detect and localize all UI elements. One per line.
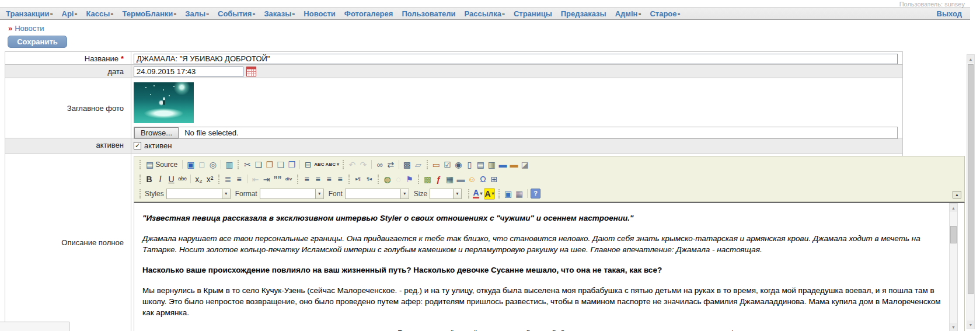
- scroll-down-icon[interactable]: ▼: [950, 323, 957, 331]
- undo-icon[interactable]: ↶: [347, 159, 357, 170]
- page-scrollbar[interactable]: ▲ ▼: [967, 54, 975, 329]
- superscript-icon[interactable]: x²: [205, 174, 215, 184]
- templates-icon[interactable]: ▥: [224, 159, 234, 170]
- align-center-icon[interactable]: ≡: [313, 174, 323, 184]
- nav-item[interactable]: Адмін»: [615, 9, 641, 18]
- cut-icon[interactable]: ✂: [242, 159, 252, 170]
- editor-scrollbar[interactable]: ▲ ▼: [949, 203, 958, 331]
- copy-icon[interactable]: ❏: [253, 159, 263, 170]
- save-button[interactable]: Сохранить: [8, 36, 67, 48]
- page-scroll-down-icon[interactable]: ▼: [967, 320, 974, 329]
- preview-icon[interactable]: ◎: [208, 159, 218, 170]
- maximize-icon[interactable]: ▣: [503, 189, 513, 199]
- page-scroll-up-icon[interactable]: ▲: [967, 55, 974, 63]
- flash-icon[interactable]: ƒ: [434, 174, 444, 184]
- background-color-icon[interactable]: A▾: [484, 188, 495, 200]
- nav-item[interactable]: Api»: [62, 9, 78, 18]
- breadcrumb-news-link[interactable]: Новости: [15, 24, 44, 33]
- page-break-icon[interactable]: ⊞: [489, 174, 499, 184]
- styles-dropdown[interactable]: ▾: [166, 189, 231, 199]
- unlink-icon[interactable]: ◌: [393, 174, 403, 184]
- textarea-field-icon[interactable]: ▤: [476, 159, 486, 170]
- nav-item[interactable]: ТермоБланки»: [122, 9, 176, 18]
- select-all-icon[interactable]: ▩: [402, 159, 412, 170]
- bold-icon[interactable]: B: [144, 174, 154, 184]
- nav-item[interactable]: Транзакции»: [6, 9, 53, 18]
- calendar-icon[interactable]: [246, 67, 256, 76]
- nav-item[interactable]: Заказы»: [264, 9, 295, 18]
- active-checkbox[interactable]: ✓: [134, 142, 141, 149]
- paste-icon[interactable]: ❐: [264, 159, 274, 170]
- anchor-icon[interactable]: ⚑: [404, 174, 414, 184]
- new-page-icon[interactable]: □: [197, 159, 207, 170]
- image-icon[interactable]: ▩: [423, 174, 433, 184]
- nav-item[interactable]: События»: [218, 9, 255, 18]
- format-dropdown[interactable]: ▾: [260, 189, 324, 199]
- nav-item[interactable]: Рассылка»: [465, 9, 505, 18]
- text-field-icon[interactable]: ▯: [465, 159, 475, 170]
- smiley-icon[interactable]: ☺: [467, 174, 477, 184]
- find-icon[interactable]: ∞: [375, 159, 385, 170]
- remove-format-icon[interactable]: ▱: [413, 159, 423, 170]
- redo-icon[interactable]: ↷: [358, 159, 368, 170]
- chevron-down-icon[interactable]: ▾: [315, 189, 324, 199]
- scroll-up-icon[interactable]: ▲: [950, 204, 957, 212]
- horizontal-rule-icon[interactable]: ▬: [456, 174, 466, 184]
- nav-item[interactable]: Предзаказы: [561, 9, 606, 18]
- paste-from-word-icon[interactable]: ❒: [287, 159, 297, 170]
- collapse-toolbar-button[interactable]: ▲: [953, 191, 961, 198]
- strikethrough-icon[interactable]: abc: [177, 174, 187, 184]
- save-document-icon[interactable]: ▣: [186, 159, 196, 170]
- form-field-icon[interactable]: ▭: [431, 159, 441, 170]
- numbered-list-icon[interactable]: ≣: [223, 174, 233, 184]
- nav-item[interactable]: Пользователи: [402, 9, 455, 18]
- special-character-icon[interactable]: Ω: [478, 174, 488, 184]
- image-button-field-icon[interactable]: ▬: [509, 159, 519, 170]
- about-icon[interactable]: ?: [531, 189, 540, 198]
- text-color-icon[interactable]: A▾: [473, 189, 483, 199]
- table-icon[interactable]: ▦: [445, 174, 455, 184]
- text-direction-rtl-icon[interactable]: ¶◂: [364, 174, 374, 184]
- size-dropdown[interactable]: ▾: [430, 189, 462, 199]
- date-input[interactable]: [134, 67, 243, 77]
- div-container-icon[interactable]: div: [284, 174, 294, 184]
- format-dropdown-value[interactable]: [260, 189, 315, 199]
- scayt-icon[interactable]: ABC▾: [326, 159, 339, 170]
- nav-item[interactable]: Страницы: [514, 9, 552, 18]
- page-scrollbar-thumb[interactable]: [968, 64, 974, 294]
- checkbox-field-icon[interactable]: ☑: [442, 159, 452, 170]
- editor-content-text[interactable]: "Известная певица рассказала в эксклюзив…: [134, 212, 964, 331]
- underline-icon[interactable]: U: [166, 174, 176, 184]
- blockquote-icon[interactable]: ””: [273, 174, 283, 184]
- font-dropdown[interactable]: ▾: [345, 189, 409, 199]
- radio-field-icon[interactable]: ◉: [454, 159, 463, 170]
- hidden-field-icon[interactable]: ◪: [520, 159, 530, 170]
- select-field-icon[interactable]: ▥: [487, 159, 497, 170]
- browse-button[interactable]: Browse...: [134, 127, 179, 138]
- chevron-down-icon[interactable]: ▾: [400, 189, 409, 199]
- spell-check-icon[interactable]: ABC: [314, 159, 324, 170]
- nav-item[interactable]: Фотогалерея: [344, 9, 393, 18]
- font-dropdown-value[interactable]: [345, 189, 400, 199]
- editor-scrollbar-thumb[interactable]: [950, 226, 957, 243]
- logout-link[interactable]: Выход: [937, 9, 962, 18]
- bulleted-list-icon[interactable]: ≡: [234, 174, 244, 184]
- button-field-icon[interactable]: ▬: [498, 159, 508, 170]
- styles-dropdown-value[interactable]: [166, 189, 222, 199]
- paste-plain-text-icon[interactable]: ❑: [275, 159, 285, 170]
- nav-item[interactable]: Кассы»: [86, 9, 113, 18]
- chevron-down-icon[interactable]: ▾: [453, 189, 462, 199]
- nav-item[interactable]: Старое»: [650, 9, 680, 18]
- link-icon[interactable]: ◍: [382, 174, 392, 184]
- align-left-icon[interactable]: ≡: [302, 174, 312, 184]
- replace-icon[interactable]: ⇄: [386, 159, 396, 170]
- decrease-indent-icon[interactable]: ⇤: [250, 174, 260, 184]
- increase-indent-icon[interactable]: ⇥: [261, 174, 271, 184]
- chevron-down-icon[interactable]: ▾: [222, 189, 231, 199]
- nav-item[interactable]: Залы»: [185, 9, 209, 18]
- source-button[interactable]: ▤Source: [144, 159, 179, 170]
- size-dropdown-value[interactable]: [430, 189, 453, 199]
- subscript-icon[interactable]: x₂: [194, 174, 204, 184]
- title-input[interactable]: [134, 54, 898, 64]
- print-icon[interactable]: ⊟: [303, 159, 313, 170]
